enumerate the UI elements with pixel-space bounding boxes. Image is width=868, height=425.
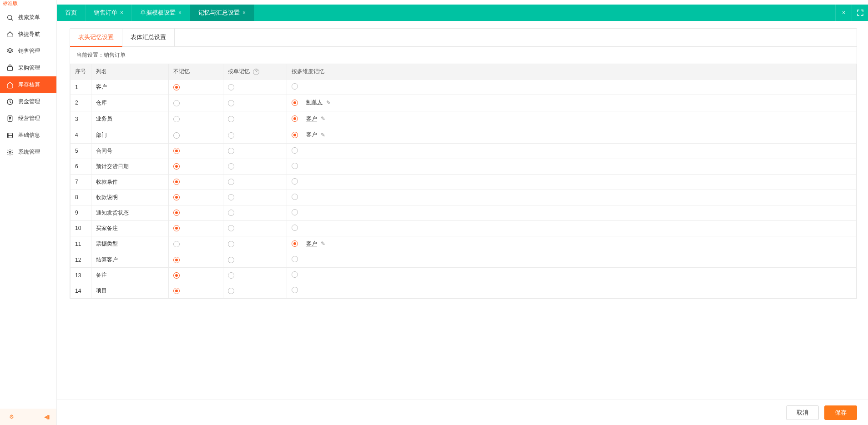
radio[interactable]	[292, 256, 298, 262]
fullscreen-button[interactable]	[852, 5, 868, 21]
dimension-link[interactable]: 制单人	[306, 99, 323, 106]
tab-label: 销售订单	[94, 9, 117, 17]
radio[interactable]	[292, 209, 298, 215]
cell-by-order	[223, 159, 287, 174]
radio[interactable]	[292, 225, 298, 231]
th-by-order: 按单记忆 ?	[223, 64, 287, 80]
radio[interactable]	[228, 84, 234, 90]
edit-icon[interactable]: ✎	[321, 115, 325, 122]
cancel-button[interactable]: 取消	[786, 405, 819, 420]
cell-seq: 12	[71, 252, 91, 268]
table-row: 10买家备注	[71, 220, 857, 236]
radio[interactable]	[173, 225, 180, 231]
sidebar-item-3[interactable]: 采购管理	[0, 60, 56, 76]
radio[interactable]	[228, 132, 234, 139]
save-button[interactable]: 保存	[824, 405, 857, 420]
table-row: 4部门客户 ✎	[71, 127, 857, 144]
current-setting-label: 当前设置：	[76, 52, 104, 58]
radio[interactable]	[292, 147, 298, 154]
sidebar-item-8[interactable]: 系统管理	[0, 144, 56, 160]
radio[interactable]	[173, 257, 180, 263]
sidebar-item-6[interactable]: 经营管理	[0, 110, 56, 127]
help-icon[interactable]: ?	[253, 69, 259, 75]
tab-close-all-button[interactable]: ×	[835, 5, 852, 21]
sidebar-item-0[interactable]: 搜索菜单	[0, 9, 56, 26]
radio[interactable]	[173, 84, 180, 90]
radio[interactable]	[228, 163, 234, 170]
radio[interactable]	[173, 163, 180, 170]
radio[interactable]	[292, 163, 298, 169]
dimension-link[interactable]: 客户	[306, 115, 317, 123]
tab-2[interactable]: 单据模板设置×	[132, 5, 190, 21]
edit-icon[interactable]: ✎	[321, 132, 325, 138]
radio[interactable]	[228, 257, 234, 263]
radio[interactable]	[228, 179, 234, 185]
tabs-bar: 首页销售订单×单据模板设置×记忆与汇总设置× ×	[57, 5, 868, 21]
radio[interactable]	[292, 83, 298, 90]
radio[interactable]	[292, 115, 298, 122]
tab-0[interactable]: 首页	[57, 5, 86, 21]
table-row: 1客户	[71, 80, 857, 95]
gear-icon[interactable]: ⚙	[9, 414, 14, 420]
current-setting-value: 销售订单	[104, 52, 126, 58]
table-row: 7收款条件	[71, 174, 857, 190]
radio[interactable]	[228, 148, 234, 154]
menu-icon	[6, 31, 14, 38]
radio[interactable]	[292, 132, 298, 138]
radio[interactable]	[173, 194, 180, 200]
radio[interactable]	[292, 240, 298, 247]
cell-by-dim: 客户 ✎	[287, 111, 857, 127]
tab-close-icon[interactable]: ×	[178, 10, 182, 16]
cell-no-memory	[169, 252, 223, 268]
cell-by-dim	[287, 283, 857, 299]
radio[interactable]	[173, 210, 180, 216]
radio[interactable]	[173, 100, 180, 106]
radio[interactable]	[228, 225, 234, 231]
sidebar-item-1[interactable]: 快捷导航	[0, 26, 56, 43]
edit-icon[interactable]: ✎	[326, 100, 331, 106]
radio[interactable]	[292, 178, 298, 185]
tab-close-icon[interactable]: ×	[120, 10, 123, 16]
tab-close-icon[interactable]: ×	[242, 10, 246, 16]
cell-seq: 3	[71, 111, 91, 127]
cell-by-dim	[287, 159, 857, 174]
dimension-link[interactable]: 客户	[306, 131, 317, 139]
radio[interactable]	[228, 116, 234, 122]
sidebar-item-label: 采购管理	[18, 64, 40, 72]
tab-1[interactable]: 销售订单×	[86, 5, 132, 21]
radio[interactable]	[173, 179, 180, 185]
sidebar-item-5[interactable]: 资金管理	[0, 93, 56, 110]
radio[interactable]	[292, 271, 298, 278]
edit-icon[interactable]: ✎	[321, 240, 325, 247]
radio[interactable]	[173, 148, 180, 154]
dimension-link[interactable]: 客户	[306, 240, 317, 248]
subtab-header-memory[interactable]: 表头记忆设置	[70, 29, 122, 47]
radio[interactable]	[228, 194, 234, 200]
radio[interactable]	[228, 272, 234, 279]
table-row: 9通知发货状态	[71, 205, 857, 220]
cell-by-order	[223, 220, 287, 236]
radio[interactable]	[292, 194, 298, 200]
tab-3[interactable]: 记忆与汇总设置×	[190, 5, 254, 21]
sidebar-item-7[interactable]: 基础信息	[0, 127, 56, 144]
radio[interactable]	[292, 287, 298, 293]
radio[interactable]	[292, 100, 298, 106]
sidebar-item-2[interactable]: 销售管理	[0, 43, 56, 60]
sidebar-item-4[interactable]: 库存核算	[0, 76, 56, 93]
radio[interactable]	[173, 132, 180, 139]
radio[interactable]	[173, 272, 180, 279]
cell-no-memory	[169, 143, 223, 159]
radio[interactable]	[173, 116, 180, 122]
sidebar-item-label: 快捷导航	[18, 30, 40, 38]
subtab-body-summary[interactable]: 表体汇总设置	[122, 29, 175, 47]
radio[interactable]	[173, 241, 180, 247]
radio[interactable]	[173, 288, 180, 294]
radio[interactable]	[228, 210, 234, 216]
radio[interactable]	[228, 241, 234, 247]
menu-icon	[6, 98, 14, 105]
collapse-icon[interactable]: ◂▮	[44, 414, 50, 420]
radio[interactable]	[228, 288, 234, 294]
menu-icon	[6, 81, 14, 89]
radio[interactable]	[228, 100, 234, 106]
table-row: 5合同号	[71, 143, 857, 159]
